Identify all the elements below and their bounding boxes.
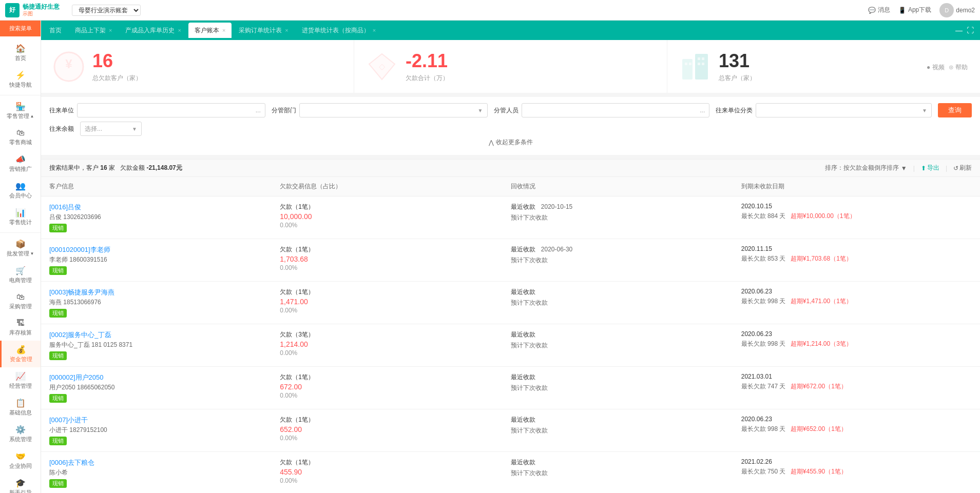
filter-category-input[interactable]: ▼	[756, 103, 932, 117]
customer-name[interactable]: [0001020001]李老师	[49, 245, 280, 254]
collection-cell: 最近收款 预计下次收款	[511, 416, 741, 445]
collection-next: 预计下次收款	[511, 213, 741, 222]
video-action[interactable]: ● 视频	[927, 63, 945, 72]
tab-home[interactable]: 首页	[43, 23, 68, 38]
sidebar-item-quick-nav[interactable]: ⚡ 快捷导航	[0, 66, 41, 93]
customer-phone: 陈小希	[49, 468, 280, 477]
sidebar-item-finance[interactable]: 💰 资金管理	[0, 341, 41, 367]
sidebar-item-collab[interactable]: 🤝 企业协同	[0, 447, 41, 474]
overdue-amount-link[interactable]: 超期¥672.00（1笔）	[791, 383, 847, 390]
customer-name[interactable]: [0007]小进干	[49, 416, 280, 425]
overdue-detail: 最长欠款 747 天 超期¥672.00（1笔）	[741, 382, 972, 391]
sidebar-item-ecommerce[interactable]: 🛒 电商管理	[0, 262, 41, 288]
filter-category: 往来单位分类 ▼	[716, 103, 932, 117]
customer-badge: 现销	[49, 266, 67, 275]
sidebar-item-member[interactable]: 👥 会员中心	[0, 177, 41, 204]
filter-dept-label: 分管部门	[272, 106, 296, 115]
topbar: 好 畅捷通好生意 示图 母婴行业演示账套 💬 消息 📱 App下载 D demo…	[0, 0, 980, 21]
customer-name[interactable]: [0016]吕俊	[49, 203, 280, 212]
debt-amount[interactable]: 1,703.68	[280, 255, 510, 263]
customer-name[interactable]: [000002]用户2050	[49, 373, 280, 382]
sidebar-item-system[interactable]: ⚙️ 系统管理	[0, 421, 41, 447]
sidebar-item-label: 零售商城	[2, 139, 39, 146]
tab-close-icon[interactable]: ×	[373, 27, 376, 33]
tab-purchase-stats[interactable]: 采购订单统计表 ×	[233, 23, 294, 38]
overdue-amount-link[interactable]: 超期¥10,000.00（1笔）	[791, 212, 856, 220]
sidebar-item-home[interactable]: 🏠 首页	[0, 40, 41, 66]
debt-amount[interactable]: 455.90	[280, 468, 510, 476]
sidebar-search[interactable]: 搜索菜单	[0, 21, 41, 36]
minimize-icon[interactable]: —	[955, 26, 963, 34]
debt-amount[interactable]: 1,214.00	[280, 340, 510, 348]
tab-product-history[interactable]: 产成品入库单历史 ×	[119, 23, 187, 38]
debt-count: 欠款（3笔）	[280, 330, 510, 339]
tab-customer-ledger[interactable]: 客户账本 ×	[188, 23, 232, 38]
tab-close-icon[interactable]: ×	[222, 27, 225, 33]
col-header-debt: 欠款交易信息（占比）	[280, 182, 510, 191]
tab-close-icon[interactable]: ×	[178, 27, 181, 33]
message-button[interactable]: 💬 消息	[868, 6, 890, 14]
sidebar-item-retail-mgmt[interactable]: 🏪 零售管理 ▲	[0, 97, 41, 124]
sort-selector[interactable]: 排序：按欠款金额倒序排序 ▼	[825, 164, 907, 172]
sidebar-item-inventory[interactable]: 🏗 库存核算	[0, 314, 41, 341]
sidebar-item-operations[interactable]: 📈 经营管理	[0, 367, 41, 394]
overdue-cell: 2020.06.23 最长欠款 998 天 超期¥652.00（1笔）	[741, 416, 972, 445]
sidebar-item-label: 企业协同	[2, 462, 39, 470]
query-button[interactable]: 查询	[938, 103, 972, 117]
tab-close-icon[interactable]: ×	[109, 27, 112, 33]
customer-name[interactable]: [0006]去下粮仓	[49, 458, 280, 467]
filter-collapse-button[interactable]: ⋀ 收起更多条件	[49, 136, 972, 149]
tabbar: 首页 商品上下架 × 产成品入库单历史 × 客户账本 × 采购订单统计表 × 进…	[41, 21, 980, 40]
customer-name[interactable]: [0003]畅捷服务尹海燕	[49, 288, 280, 297]
overdue-date: 2021.03.01	[741, 373, 972, 380]
refresh-divider: |	[946, 165, 947, 172]
results-debt-amount: -21,148.07元	[146, 164, 182, 171]
tab-purchase-goods[interactable]: 进货单统计表（按商品） ×	[296, 23, 382, 38]
maximize-icon[interactable]: ⛶	[967, 26, 974, 34]
tab-product-shelf[interactable]: 商品上下架 ×	[69, 23, 118, 38]
tab-label: 采购订单统计表	[239, 26, 282, 35]
collection-latest: 最近收款 2020-10-15	[511, 203, 741, 211]
customer-info-cell: [0001020001]李老师 李老师 18600391516 现销	[49, 245, 280, 275]
industry-selector[interactable]: 母婴行业演示账套	[72, 5, 141, 16]
export-icon: ⬆	[921, 165, 926, 172]
sidebar-item-marketing[interactable]: 📣 营销推广	[0, 150, 41, 177]
help-action[interactable]: ⊙ 帮助	[949, 63, 968, 72]
sidebar-item-basic-info[interactable]: 📋 基础信息	[0, 394, 41, 421]
user-menu[interactable]: D demo2	[939, 3, 975, 17]
filter-dept: 分管部门 ▼	[272, 103, 488, 117]
sidebar-divider-2	[0, 232, 41, 233]
debt-amount[interactable]: 10,000.00	[280, 212, 510, 221]
overdue-amount-link[interactable]: 超期¥455.90（1笔）	[791, 468, 847, 475]
sidebar-item-retail-stats[interactable]: 📊 零售统计	[0, 204, 41, 230]
customer-name[interactable]: [0002]服务中心_丁磊	[49, 330, 280, 340]
tab-close-icon[interactable]: ×	[285, 27, 288, 33]
overdue-amount-link[interactable]: 超期¥1,703.68（1笔）	[791, 255, 852, 262]
filter-balance-select[interactable]: 选择... ▼	[80, 122, 142, 136]
overdue-detail: 最长欠款 750 天 超期¥455.90（1笔）	[741, 467, 972, 476]
overdue-amount-link[interactable]: 超期¥652.00（1笔）	[791, 425, 847, 432]
retail-mall-icon: 🛍	[2, 128, 39, 137]
debt-amount[interactable]: 652.00	[280, 425, 510, 433]
refresh-button[interactable]: ↺ 刷新	[953, 164, 972, 172]
building-icon	[680, 51, 710, 82]
filter-person-input[interactable]: ...	[522, 103, 710, 117]
app-download-button[interactable]: 📱 App下载	[898, 6, 931, 14]
sidebar-item-purchase[interactable]: 🛍 采购管理	[0, 288, 41, 314]
sidebar-item-wholesale[interactable]: 📦 批发管理 ▼	[0, 235, 41, 262]
filter-counterparty-input[interactable]: ...	[77, 103, 265, 117]
filter-balance-value: 选择...	[85, 125, 102, 133]
debt-amount[interactable]: 672.00	[280, 383, 510, 391]
sidebar-item-retail-mall[interactable]: 🛍 零售商城	[0, 124, 41, 150]
filter-dept-input[interactable]: ▼	[299, 103, 488, 117]
export-button[interactable]: ⬆ 导出	[921, 164, 939, 172]
sidebar-section: 🏠 首页 ⚡ 快捷导航 🏪 零售管理 ▲ 🛍 零售商城 📣 营销推广 👥	[0, 36, 41, 493]
yuan-icon: ¥	[53, 51, 84, 82]
filter-area: 往来单位 ... 分管部门 ▼ 分管人员	[41, 97, 980, 155]
sidebar-item-newbie[interactable]: 🎓 新手引导	[0, 474, 41, 493]
debt-amount[interactable]: 1,471.00	[280, 298, 510, 306]
stat-info-debt-total: -2.11 欠款合计（万）	[406, 50, 449, 83]
overdue-amount-link[interactable]: 超期¥1,214.00（3笔）	[791, 340, 852, 347]
overdue-amount-link[interactable]: 超期¥1,471.00（1笔）	[791, 298, 852, 305]
content-area: 首页 商品上下架 × 产成品入库单历史 × 客户账本 × 采购订单统计表 × 进…	[41, 21, 980, 493]
